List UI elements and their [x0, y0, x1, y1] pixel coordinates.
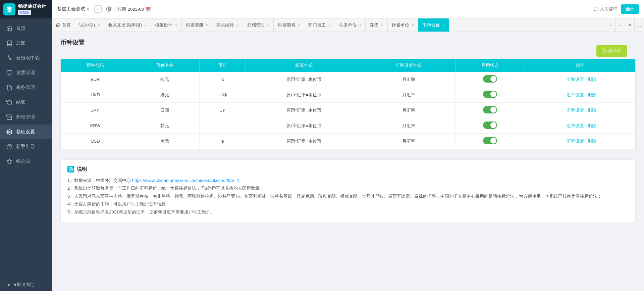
notes-link[interactable]: https://www.chinamoney.com.cn/chinese/bk…	[132, 178, 239, 183]
tab-archive-close[interactable]: ×	[267, 23, 269, 27]
tab-units[interactable]: 计量单位×	[388, 18, 418, 32]
sidebar-item-ledger[interactable]: 总账	[0, 36, 52, 51]
tab-template[interactable]: 模版设计×	[151, 18, 181, 32]
tab-dept-close[interactable]: ×	[328, 23, 330, 27]
main-area: 基层工会测试 ▾ + 账期 2023-03 📅 人工咨询 会计 首页 试(中期)…	[52, 0, 644, 291]
sidebar-pin-toggle[interactable]: ◄ ◄取消固定	[0, 278, 52, 291]
toggle-1[interactable]	[483, 91, 497, 98]
delete-link-2[interactable]: 删除	[588, 108, 596, 113]
app-sub: 旗舰版	[18, 10, 31, 15]
tab-tax[interactable]: 税表清册×	[182, 18, 212, 32]
cell-status-3	[455, 118, 525, 134]
sidebar-item-label-home: 首页	[16, 26, 25, 32]
tab-currency-close[interactable]: ×	[442, 23, 444, 27]
add-company-button[interactable]: +	[94, 5, 102, 13]
toggle-track-3	[483, 122, 497, 129]
sidebar-item-label-invoice: 发票管理	[16, 70, 35, 76]
company-dropdown-icon[interactable]: ▾	[87, 7, 89, 12]
page-content: 币种设置 新增币种 币种代码 币种名称 币符 折算方式 汇率设置方式 启用状态 …	[52, 32, 644, 291]
rate-settings-link-2[interactable]: 汇率设置	[567, 108, 584, 113]
cell-status-2	[455, 103, 525, 118]
cell-rate-method-1: 月汇率	[362, 87, 455, 103]
cell-rate-method-2: 月汇率	[362, 103, 455, 118]
svg-rect-3	[7, 115, 12, 116]
toggle-thumb-1	[490, 91, 496, 97]
ledger-icon	[6, 40, 13, 47]
sidebar-item-settings[interactable]: 基础设置	[0, 125, 52, 139]
cell-symbol-0: €	[200, 72, 246, 87]
rate-settings-link-4[interactable]: 汇率设置	[567, 139, 584, 144]
rate-settings-link-1[interactable]: 汇率设置	[567, 92, 584, 97]
sidebar-item-guide[interactable]: 新手引导	[0, 139, 52, 154]
tab-income[interactable]: 收入支出表(年报)×	[104, 18, 151, 32]
tab-archive-label: 归档管理	[247, 22, 265, 28]
tab-income-close[interactable]: ×	[145, 23, 147, 27]
tab-period-end[interactable]: 期末结转×	[212, 18, 243, 32]
tax-icon	[6, 84, 13, 91]
cell-actions-3: 汇率设置 删除	[525, 118, 635, 134]
delete-link-4[interactable]: 删除	[588, 139, 596, 144]
rate-settings-link-0[interactable]: 汇率设置	[567, 77, 584, 82]
tab-partners[interactable]: 往来单位×	[335, 18, 366, 32]
tab-next-button[interactable]: ›	[616, 18, 625, 32]
tab-period-end-close[interactable]: ×	[236, 23, 238, 27]
tab-units-close[interactable]: ×	[412, 23, 414, 27]
delete-link-3[interactable]: 删除	[588, 123, 596, 128]
svg-rect-0	[7, 70, 12, 74]
tab-partners-close[interactable]: ×	[359, 23, 361, 27]
tab-subjects-close[interactable]: ×	[298, 23, 300, 27]
tab-subjects[interactable]: 科目期初×	[274, 18, 304, 32]
tab-dept[interactable]: 部门员工×	[304, 18, 335, 32]
delete-link-0[interactable]: 删除	[588, 77, 596, 82]
note-item-2: 3）人民币对马来西亚林吉特、俄罗斯卢布、南非兰特、韩元、阿联酋迪拉姆、沙特里亚尔…	[67, 192, 629, 200]
toggle-0[interactable]	[483, 75, 497, 83]
svg-point-9	[108, 8, 109, 10]
new-currency-button[interactable]: 新增币种	[596, 45, 627, 57]
sidebar-item-label-archive: 归档管理	[16, 114, 35, 120]
toggle-2[interactable]	[483, 106, 497, 113]
tab-prev-button[interactable]: ‹	[606, 18, 616, 32]
calendar-icon[interactable]: 📅	[146, 7, 151, 12]
note-item-1: 2）系统自动获取每月第一个工作日的汇率标价，统一为直接标价法，即1外币可以兑换的…	[67, 184, 629, 192]
currency-table: 币种代码 币种名称 币符 折算方式 汇率设置方式 启用状态 操作 EUR 欧元 …	[61, 59, 635, 149]
toggle-3[interactable]	[483, 122, 497, 129]
col-actions: 操作	[525, 59, 635, 72]
rate-settings-link-3[interactable]: 汇率设置	[567, 123, 584, 128]
tab-close-all-button[interactable]: ✕	[625, 18, 635, 32]
tab-template-close[interactable]: ×	[175, 23, 177, 27]
delete-link-1[interactable]: 删除	[588, 92, 596, 97]
tab-bar: 首页 试(中期)× 收入支出表(年报)× 模版设计× 税表清册× 期末结转× 归…	[52, 18, 644, 32]
tab-expand-button[interactable]: ⛶	[635, 18, 644, 32]
tab-trial-close[interactable]: ×	[98, 23, 100, 27]
toggle-track-2	[483, 106, 497, 113]
help-button[interactable]: 人工咨询	[593, 6, 618, 12]
page-title: 币种设置	[60, 39, 85, 47]
table-row: JPY 日圆 J¥ 原币*汇率=本位币 月汇率 汇率设置 删除	[61, 103, 635, 118]
app-title: 畅捷通好会计	[18, 3, 46, 9]
tab-trial[interactable]: 试(中期)×	[75, 18, 104, 32]
sidebar-item-reports[interactable]: 云报表中心	[0, 51, 52, 65]
cell-name-1: 港元	[130, 87, 200, 103]
sidebar-item-archive[interactable]: 归档管理	[0, 110, 52, 125]
sidebar-item-member[interactable]: 畅会员	[0, 154, 52, 169]
sidebar-item-tax[interactable]: 税务管理	[0, 80, 52, 95]
col-calc: 折算方式	[246, 59, 362, 72]
tab-archive[interactable]: 归档管理×	[243, 18, 274, 32]
tab-dept-label: 部门员工	[308, 22, 326, 28]
sidebar-item-home[interactable]: 首页	[0, 21, 52, 36]
cell-rate-method-4: 月汇率	[362, 134, 455, 149]
notes-title: 说明	[77, 166, 87, 173]
cell-symbol-4: $	[200, 134, 246, 149]
tab-currency[interactable]: 币种设置×	[418, 18, 449, 32]
toggle-4[interactable]	[483, 137, 497, 144]
tab-home[interactable]: 首页	[52, 18, 75, 32]
sidebar-item-checkout[interactable]: 结账	[0, 95, 52, 110]
tab-inventory-close[interactable]: ×	[381, 23, 383, 27]
tab-tax-close[interactable]: ×	[206, 23, 208, 27]
member-icon	[6, 158, 13, 165]
tab-inventory[interactable]: 存货×	[366, 18, 387, 32]
sidebar-item-invoice[interactable]: 发票管理	[0, 65, 52, 80]
cell-name-0: 欧元	[130, 72, 200, 87]
company-settings-button[interactable]	[105, 5, 112, 13]
account-button[interactable]: 会计	[621, 4, 639, 14]
